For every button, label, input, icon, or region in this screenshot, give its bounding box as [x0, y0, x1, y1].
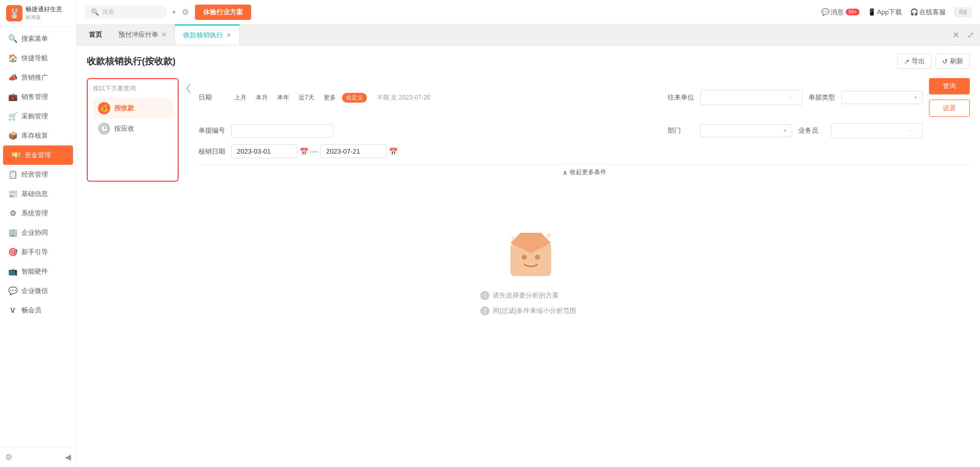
sidebar-label-hardware: 智能硬件	[21, 267, 48, 276]
sidebar-item-inventory[interactable]: 📦 库存核算	[0, 126, 76, 145]
sidebar-item-sales[interactable]: 💼 销售管理	[0, 87, 76, 107]
shortcut-this-month[interactable]: 本月	[253, 92, 271, 103]
tab-prepay[interactable]: 预付冲应付单 ✕	[110, 25, 175, 44]
step-num-1: 1	[480, 291, 489, 300]
sidebar-label-finance: 资金管理	[24, 151, 51, 160]
empty-hint-1: 请先选择要分析的方案	[493, 289, 559, 302]
main-area: 🔍 搜索 ▾ ⚙ 休验行业方案 💬 消息 99+ 📱 App下载 🎧 在线客服 …	[77, 0, 980, 467]
staff-dots-icon[interactable]: ···	[908, 126, 917, 135]
export-button[interactable]: ↗ 导出	[897, 54, 932, 69]
page-header: 收款核销执行(按收款) ↗ 导出 ↺ 刷新	[77, 45, 980, 73]
sidebar-item-marketing[interactable]: 📣 营销推广	[0, 68, 76, 87]
message-badge: 99+	[846, 9, 860, 15]
filter-option-by-receipt[interactable]: 💰 按收款	[93, 98, 173, 118]
sidebar-item-enterprise[interactable]: 🏢 企业协同	[0, 223, 76, 242]
sidebar-item-purchase[interactable]: 🛒 采购管理	[0, 107, 76, 126]
phone-icon: 📱	[868, 8, 876, 16]
empty-step-2: 2 用[过滤]条件来缩小分析范围	[480, 304, 576, 317]
app-download-link[interactable]: 📱 App下载	[868, 8, 902, 17]
sidebar-item-basic[interactable]: 📰 基础信息	[0, 184, 76, 204]
shortcut-custom[interactable]: 自定义	[342, 93, 367, 103]
svg-point-3	[535, 255, 540, 260]
receipt-option-icon: 💰	[98, 102, 110, 114]
topbar-gear-icon[interactable]: ⚙	[182, 7, 189, 17]
sidebar-item-member[interactable]: V 畅会员	[0, 301, 76, 320]
home-icon: 🏠	[8, 54, 17, 63]
dropdown-icon[interactable]: ▾	[173, 9, 176, 16]
sidebar-label-system: 系统管理	[21, 209, 48, 218]
doc-type-select[interactable]: ▾	[841, 91, 923, 104]
partner-dots-icon[interactable]: ···	[787, 93, 797, 102]
sidebar-label-marketing: 营销推广	[21, 73, 48, 82]
collapse-more-conditions[interactable]: ∧ 收起更多条件	[199, 164, 970, 180]
message-link[interactable]: 💬 消息 99+	[821, 8, 860, 17]
sales-icon: 💼	[8, 92, 17, 102]
verify-date-end-input[interactable]	[321, 144, 387, 158]
date-separator: —	[310, 147, 318, 156]
logo-text-group: 畅捷通好生意 标准版	[26, 6, 62, 21]
sidebar-label-sales: 销售管理	[21, 92, 48, 102]
sidebar-item-operations[interactable]: 📋 经营管理	[0, 165, 76, 184]
empty-hints: 1 请先选择要分析的方案 2 用[过滤]条件来缩小分析范围	[480, 289, 576, 319]
staff-label: 业务员	[798, 126, 825, 135]
tab-close-prepay[interactable]: ✕	[161, 31, 166, 38]
calendar-start-icon[interactable]: 📅	[300, 148, 308, 156]
doc-type-label: 单据类型	[808, 93, 835, 102]
empty-state: 1 请先选择要分析的方案 2 用[过滤]条件来缩小分析范围	[77, 187, 980, 360]
refresh-button[interactable]: ↺ 刷新	[936, 54, 970, 69]
tab-close-window-button[interactable]: ✕	[950, 28, 961, 42]
shortcut-more[interactable]: 更多	[321, 92, 339, 103]
date-nolimit: 不限 至 2023-07-26	[377, 93, 430, 102]
empty-hint-2: 用[过滤]条件来缩小分析范围	[493, 304, 576, 317]
shortcut-this-year[interactable]: 本年	[274, 92, 292, 103]
calendar-end-icon[interactable]: 📅	[389, 148, 398, 156]
sidebar-item-wechat[interactable]: 💬 企业微信	[0, 281, 76, 301]
sidebar-bottom: ⚙ ◀	[0, 447, 76, 467]
shortcut-last-month[interactable]: 上月	[231, 92, 250, 103]
receivable-option-icon: 🕐	[98, 122, 110, 135]
filter-option-by-receivable[interactable]: 🕐 按应收	[93, 118, 173, 139]
sidebar-item-guide[interactable]: 🎯 新手引导	[0, 242, 76, 262]
sidebar-label-purchase: 采购管理	[21, 112, 48, 121]
partner-input[interactable]: ···	[700, 90, 802, 105]
tab-home[interactable]: 首页	[81, 25, 110, 44]
industry-solution-button[interactable]: 休验行业方案	[195, 5, 251, 20]
collapse-filter-icon[interactable]: ❮	[185, 82, 192, 93]
page-actions: ↗ 导出 ↺ 刷新	[897, 54, 970, 69]
sidebar-label-operations: 经营管理	[21, 170, 48, 179]
doc-no-input[interactable]	[231, 124, 333, 138]
setting-button[interactable]: 设置	[929, 100, 970, 117]
tab-maximize-button[interactable]: ⤢	[965, 28, 976, 42]
online-service-link[interactable]: 🎧 在线客服	[910, 8, 946, 17]
purchase-icon: 🛒	[8, 112, 17, 121]
sidebar-item-hardware[interactable]: 📺 智能硬件	[0, 262, 76, 281]
sidebar-item-finance[interactable]: 💴 资金管理	[3, 145, 73, 165]
filter-row-1: 日期 上月 本月 本年 近7天 更多 自定义 不限 至 2023-07-26 往…	[199, 78, 970, 117]
tab-close-receipt-verify[interactable]: ✕	[226, 32, 231, 39]
shortcut-last-7days[interactable]: 近7天	[296, 92, 317, 103]
user-area[interactable]: Rit	[954, 7, 972, 17]
sidebar-item-quick[interactable]: 🏠 快捷导航	[0, 48, 76, 68]
filter-row-3: 核销日期 📅 — 📅	[199, 144, 970, 158]
verify-date-start-input[interactable]	[231, 144, 298, 158]
tab-receipt-verify[interactable]: 收款核销执行 ✕	[175, 24, 240, 45]
sidebar-item-system[interactable]: ⚙ 系统管理	[0, 204, 76, 223]
sidebar-label-inventory: 库存核算	[21, 131, 48, 140]
settings-icon[interactable]: ⚙	[5, 452, 12, 462]
staff-input[interactable]: ···	[831, 123, 923, 138]
step-num-2: 2	[480, 306, 489, 315]
system-icon: ⚙	[8, 209, 17, 218]
date-label: 日期	[199, 93, 225, 102]
sidebar-item-search[interactable]: 🔍 搜索菜单	[0, 29, 76, 48]
sidebar-label-search: 搜索菜单	[21, 34, 48, 43]
logo-title: 畅捷通好生意	[26, 6, 62, 14]
inventory-icon: 📦	[8, 131, 17, 140]
partner-label: 往来单位	[668, 93, 694, 102]
page-content: 收款核销执行(按收款) ↗ 导出 ↺ 刷新 按以下方案查询 💰 按收款	[77, 45, 980, 467]
query-button[interactable]: 查询	[929, 78, 970, 94]
search-box[interactable]: 🔍 搜索	[85, 6, 166, 18]
collapse-sidebar-icon[interactable]: ◀	[65, 452, 71, 462]
dept-select[interactable]: ▾	[700, 124, 792, 137]
empty-step-1: 1 请先选择要分析的方案	[480, 289, 576, 302]
empty-illustration	[503, 228, 554, 279]
